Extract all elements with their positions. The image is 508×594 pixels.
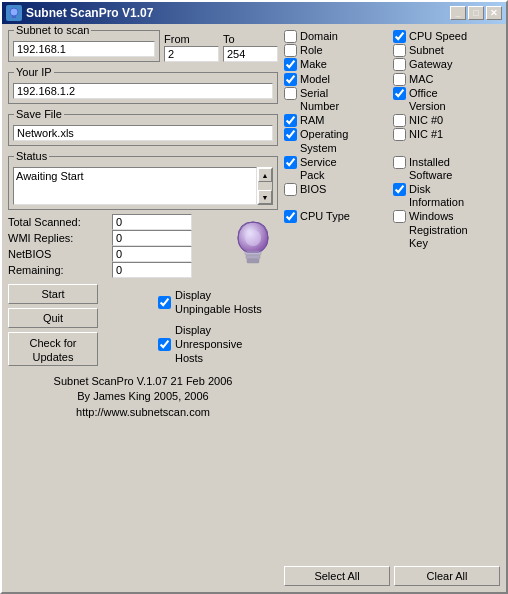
model-checkbox[interactable]	[284, 73, 297, 86]
cpu-speed-col: CPU Speed	[393, 30, 500, 43]
gateway-label: Gateway	[409, 58, 452, 71]
status-label: Status	[14, 150, 49, 162]
total-scanned-label: Total Scanned:	[8, 216, 108, 228]
start-button[interactable]: Start	[8, 284, 98, 304]
role-checkbox[interactable]	[284, 44, 297, 57]
from-group: From 2	[164, 33, 219, 62]
lightbulb-icon	[229, 216, 277, 272]
minimize-button[interactable]: _	[450, 6, 466, 20]
os-checkbox[interactable]	[284, 128, 297, 141]
remaining-label: Remaining:	[8, 264, 108, 276]
bios-checkbox[interactable]	[284, 183, 297, 196]
mac-checkbox[interactable]	[393, 73, 406, 86]
ram-label: RAM	[300, 114, 324, 127]
check-updates-button[interactable]: Check for Updates	[8, 332, 98, 366]
wmi-replies-input[interactable]: 0	[112, 230, 192, 246]
bottom-buttons: Select All Clear All	[284, 566, 500, 586]
app-icon	[6, 5, 22, 21]
actions-section: Start Quit Check for Updates DisplayUnpi…	[8, 284, 278, 366]
windows-reg-checkbox[interactable]	[393, 210, 406, 223]
your-ip-input[interactable]: 192.168.1.2	[13, 83, 273, 99]
check-row-3: Make Gateway	[284, 58, 500, 71]
save-file-input[interactable]: Network.xls	[13, 125, 273, 141]
check-row-7: OperatingSystem NIC #1	[284, 128, 500, 154]
footer-line1: Subnet ScanPro V.1.07 21 Feb 2006	[8, 374, 278, 389]
main-buttons: Start Quit Check for Updates	[8, 284, 98, 366]
status-group: Status Awaiting Start ▲ ▼	[8, 156, 278, 210]
status-display: Awaiting Start	[13, 167, 257, 205]
subnet-input[interactable]: 192.168.1	[13, 41, 155, 57]
display-unresponsive-checkbox[interactable]	[158, 338, 171, 351]
nic0-checkbox[interactable]	[393, 114, 406, 127]
scroll-up-arrow[interactable]: ▲	[258, 168, 272, 182]
make-checkbox[interactable]	[284, 58, 297, 71]
mac-label: MAC	[409, 73, 433, 86]
subnet-label: Subnet	[409, 44, 444, 57]
remaining-input[interactable]: 0	[112, 262, 192, 278]
svg-rect-6	[247, 259, 259, 263]
maximize-button[interactable]: □	[468, 6, 484, 20]
nic1-col: NIC #1	[393, 128, 500, 154]
check-row-1: Domain CPU Speed	[284, 30, 500, 43]
to-group: To 254	[223, 33, 278, 62]
total-scanned-input[interactable]: 0	[112, 214, 192, 230]
netbios-row: NetBIOS 0	[8, 246, 224, 262]
left-panel: Subnet to scan 192.168.1 From 2 To 254 Y…	[8, 30, 278, 586]
check-row-10: CPU Type WindowsRegistrationKey	[284, 210, 500, 250]
disk-info-label: DiskInformation	[409, 183, 464, 209]
installed-software-label: InstalledSoftware	[409, 156, 452, 182]
bios-label: BIOS	[300, 183, 326, 196]
close-button[interactable]: ✕	[486, 6, 502, 20]
select-all-button[interactable]: Select All	[284, 566, 390, 586]
scroll-down-arrow[interactable]: ▼	[258, 190, 272, 204]
domain-checkbox[interactable]	[284, 30, 297, 43]
service-pack-checkbox[interactable]	[284, 156, 297, 169]
to-input[interactable]: 254	[223, 46, 278, 62]
right-panel: Domain CPU Speed Role Subnet	[284, 30, 500, 586]
subnet-col: Subnet	[393, 44, 500, 57]
check-row-6: RAM NIC #0	[284, 114, 500, 127]
status-container: Awaiting Start ▲ ▼	[13, 167, 273, 205]
netbios-input[interactable]: 0	[112, 246, 192, 262]
wmi-replies-row: WMI Replies: 0	[8, 230, 224, 246]
serial-number-col: SerialNumber	[284, 87, 391, 113]
domain-label: Domain	[300, 30, 338, 43]
installed-software-checkbox[interactable]	[393, 156, 406, 169]
office-version-checkbox[interactable]	[393, 87, 406, 100]
quit-button[interactable]: Quit	[8, 308, 98, 328]
subnet-checkbox[interactable]	[393, 44, 406, 57]
make-col: Make	[284, 58, 391, 71]
check-row-8: ServicePack InstalledSoftware	[284, 156, 500, 182]
netbios-label: NetBIOS	[8, 248, 108, 260]
display-unpingable-label: DisplayUnpingable Hosts	[175, 288, 262, 317]
model-label: Model	[300, 73, 330, 86]
subnet-label: Subnet to scan	[14, 24, 91, 36]
cpu-speed-checkbox[interactable]	[393, 30, 406, 43]
nic1-label: NIC #1	[409, 128, 443, 141]
display-unpingable-checkbox[interactable]	[158, 296, 171, 309]
check-row-2: Role Subnet	[284, 44, 500, 57]
svg-rect-1	[12, 16, 16, 18]
disk-info-col: DiskInformation	[393, 183, 500, 209]
svg-point-3	[245, 230, 261, 246]
os-label: OperatingSystem	[300, 128, 348, 154]
gateway-col: Gateway	[393, 58, 500, 71]
nic1-checkbox[interactable]	[393, 128, 406, 141]
status-scrollbar[interactable]: ▲ ▼	[257, 167, 273, 205]
check-row-9: BIOS DiskInformation	[284, 183, 500, 209]
your-ip-group: Your IP 192.168.1.2	[8, 72, 278, 104]
disk-info-checkbox[interactable]	[393, 183, 406, 196]
make-label: Make	[300, 58, 327, 71]
gateway-checkbox[interactable]	[393, 58, 406, 71]
from-input[interactable]: 2	[164, 46, 219, 62]
role-col: Role	[284, 44, 391, 57]
buttons-and-checks: Start Quit Check for Updates DisplayUnpi…	[8, 284, 278, 366]
role-label: Role	[300, 44, 323, 57]
cpu-type-col: CPU Type	[284, 210, 391, 250]
check-row-5: SerialNumber OfficeVersion	[284, 87, 500, 113]
cpu-type-checkbox[interactable]	[284, 210, 297, 223]
clear-all-button[interactable]: Clear All	[394, 566, 500, 586]
serial-number-checkbox[interactable]	[284, 87, 297, 100]
title-bar: Subnet ScanPro V1.07 _ □ ✕	[2, 2, 506, 24]
ram-checkbox[interactable]	[284, 114, 297, 127]
